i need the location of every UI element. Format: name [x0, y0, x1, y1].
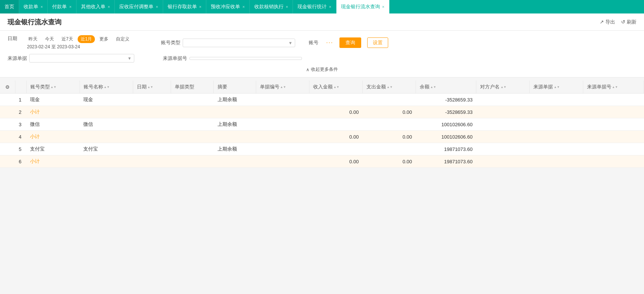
nav-tab-other-income[interactable]: 其他收入单×	[77, 0, 115, 13]
row-source-doc	[530, 131, 583, 143]
nav-tab-close-cash-bank-stat[interactable]: ×	[329, 4, 331, 9]
refresh-button[interactable]: ↺ 刷新	[621, 19, 636, 25]
nav-tab-home[interactable]: 首页	[0, 0, 19, 13]
nav-tab-close-receipt[interactable]: ×	[41, 4, 43, 9]
col-docNo[interactable]: 单据编号▲▼	[256, 81, 309, 94]
table-row[interactable]: 2小计0.000.00-3528659.33	[0, 106, 644, 118]
row-index: 5	[15, 143, 26, 155]
table-row[interactable]: 5支付宝支付宝上期余额19871073.60	[0, 143, 644, 155]
row-expense	[362, 94, 416, 106]
nav-tab-payment[interactable]: 付款单×	[48, 0, 76, 13]
row-doc-type	[171, 155, 214, 168]
date-option-yesterday[interactable]: 昨天	[26, 35, 41, 43]
date-option-7days[interactable]: 近7天	[59, 35, 76, 43]
row-doc-no	[256, 155, 309, 168]
account-type-filter: 账号类型 ▾	[161, 39, 295, 47]
row-source-doc-no	[583, 131, 644, 143]
row-doc-type	[171, 143, 214, 155]
nav-tab-advance-offset[interactable]: 预收冲应收单×	[206, 0, 249, 13]
row-income	[309, 143, 362, 155]
table-row[interactable]: 3微信微信上期余额100102606.60	[0, 118, 644, 131]
row-source-doc	[530, 143, 583, 155]
row-doc-type	[171, 118, 214, 131]
nav-tab-ar-adjust[interactable]: 应收应付调整单×	[115, 0, 163, 13]
nav-tab-close-other-income[interactable]: ×	[108, 4, 110, 9]
row-counterpart	[476, 106, 530, 118]
settings-button[interactable]: 设置	[367, 37, 388, 48]
row-account-type: 小计	[26, 131, 80, 143]
sort-icon-sourceDoc: ▲▼	[554, 85, 560, 89]
row-account-name: 现金	[80, 94, 133, 106]
row-gear	[0, 118, 15, 131]
col-income[interactable]: 收入金额▲▼	[309, 81, 362, 94]
nav-tab-close-advance-offset[interactable]: ×	[242, 4, 245, 9]
row-source-doc-no	[583, 94, 644, 106]
col-gear[interactable]: ⚙	[0, 81, 15, 94]
col-expense[interactable]: 支出金额▲▼	[362, 81, 416, 94]
nav-tab-close-collect-verify[interactable]: ×	[286, 4, 288, 9]
collapse-bar[interactable]: ∧ 收起更多条件	[8, 66, 636, 73]
sort-icon-balance: ▲▼	[430, 85, 436, 89]
date-option-1month[interactable]: 近1月	[78, 35, 95, 43]
nav-tab-close-ar-adjust[interactable]: ×	[156, 4, 158, 9]
row-index: 2	[15, 106, 26, 118]
col-counterpart[interactable]: 对方户名▲▼	[476, 81, 530, 94]
source-doc-no-input[interactable]	[189, 57, 302, 60]
source-doc-no-label: 来源单据号	[163, 55, 187, 62]
col-date[interactable]: 日期▲▼	[133, 81, 171, 94]
row-date	[133, 118, 171, 131]
row-doc-no	[256, 106, 309, 118]
row-account-type: 小计	[26, 106, 80, 118]
date-option-today[interactable]: 今天	[42, 35, 57, 43]
row-summary	[214, 131, 256, 143]
source-doc-label: 来源单据	[8, 55, 27, 62]
col-accountName[interactable]: 账号名称▲▼	[80, 81, 133, 94]
row-account-type: 微信	[26, 118, 80, 131]
date-option-more[interactable]: 更多	[96, 35, 111, 43]
header-actions: ↗ 导出 ↺ 刷新	[600, 19, 636, 25]
query-button[interactable]: 查询	[339, 37, 361, 48]
source-doc-select[interactable]: ▾	[29, 54, 134, 63]
table-header: ⚙账号类型▲▼账号名称▲▼日期▲▼单据类型摘要单据编号▲▼收入金额▲▼支出金额▲…	[0, 81, 644, 94]
nav-tab-bank-deposit[interactable]: 银行存取款单×	[163, 0, 206, 13]
row-doc-type	[171, 106, 214, 118]
row-source-doc-no	[583, 118, 644, 131]
row-balance: 100102606.60	[416, 118, 476, 131]
nav-tab-cash-bank-flow[interactable]: 现金银行流水查询×	[336, 0, 389, 13]
row-source-doc-no	[583, 155, 644, 168]
row-counterpart	[476, 131, 530, 143]
table-row[interactable]: 6小计0.000.0019871073.60	[0, 155, 644, 168]
data-table: ⚙账号类型▲▼账号名称▲▼日期▲▼单据类型摘要单据编号▲▼收入金额▲▼支出金额▲…	[0, 81, 644, 168]
table-row[interactable]: 4小计0.000.00100102606.60	[0, 131, 644, 143]
sort-icon-expense: ▲▼	[387, 85, 393, 89]
nav-tab-close-cash-bank-flow[interactable]: ×	[382, 4, 384, 9]
col-balance[interactable]: 余额▲▼	[416, 81, 476, 94]
nav-tab-cash-bank-stat[interactable]: 现金银行统计×	[293, 0, 336, 13]
row-account-name	[80, 155, 133, 168]
collapse-up-icon: ∧	[306, 67, 309, 72]
filter-area: 日期 昨天今天近7天近1月更多自定义 2023-02-24 至 2023-03-…	[0, 31, 644, 78]
row-date	[133, 143, 171, 155]
col-accountType[interactable]: 账号类型▲▼	[26, 81, 80, 94]
col-sourceDoc[interactable]: 来源单据▲▼	[530, 81, 583, 94]
nav-tab-collect-verify[interactable]: 收款核销执行×	[250, 0, 293, 13]
account-type-select[interactable]: ▾	[183, 39, 295, 47]
export-button[interactable]: ↗ 导出	[600, 19, 615, 25]
date-option-custom[interactable]: 自定义	[113, 35, 132, 43]
nav-tab-receipt[interactable]: 收款单×	[19, 0, 48, 13]
row-balance: 100102606.60	[416, 131, 476, 143]
row-date	[133, 131, 171, 143]
account-dots-button[interactable]: ···	[326, 39, 333, 46]
row-account-name: 支付宝	[80, 143, 133, 155]
refresh-icon: ↺	[621, 19, 625, 25]
nav-tab-close-bank-deposit[interactable]: ×	[199, 4, 201, 9]
row-gear	[0, 94, 15, 106]
account-filter: 账号 ···	[309, 39, 333, 46]
account-type-label: 账号类型	[161, 39, 180, 46]
row-expense: 0.00	[362, 106, 416, 118]
date-options: 昨天今天近7天近1月更多自定义	[26, 35, 132, 43]
nav-tab-close-payment[interactable]: ×	[69, 4, 71, 9]
table-row[interactable]: 1现金现金上期余额-3528659.33	[0, 94, 644, 106]
col-docType: 单据类型	[171, 81, 214, 94]
col-sourceDocNo[interactable]: 来源单据号▲▼	[583, 81, 644, 94]
